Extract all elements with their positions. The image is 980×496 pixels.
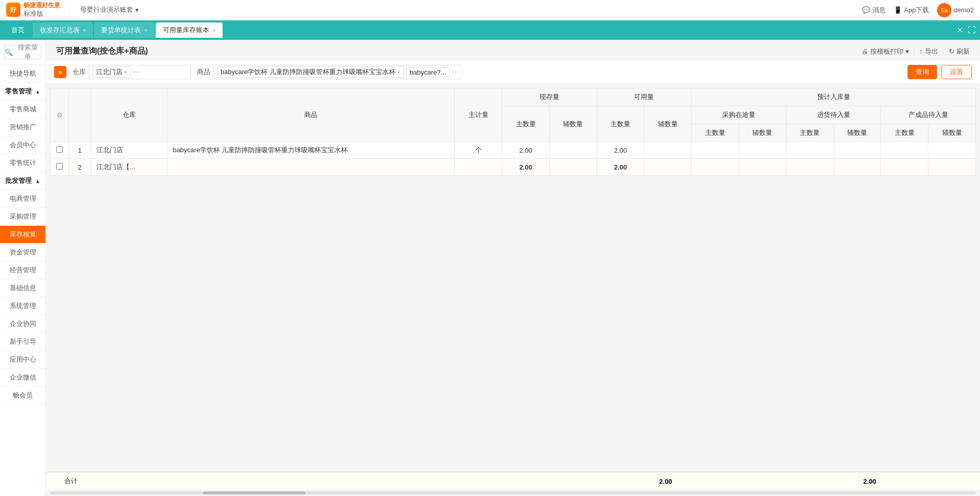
chevron-up-icon-2: ▲ (35, 178, 40, 184)
row2-product (167, 159, 455, 176)
tab-available-stock-label: 可用量库存账本 (163, 26, 209, 35)
sidebar-item-retail-mall[interactable]: 零售商城 (0, 101, 45, 119)
product-tag-1[interactable]: babycare学饮杯 儿童防摔防撞吸管杯重力球吸嘴杯宝宝水杯 × (217, 66, 404, 78)
row2-purchase-aux (739, 159, 787, 176)
row2-incoming-main (786, 159, 834, 176)
refresh-icon: ↻ (949, 48, 954, 55)
sidebar-item-finance[interactable]: 资金管理 (0, 244, 45, 262)
search-icon: 🔍 (5, 49, 13, 56)
sidebar-item-basic-info[interactable]: 基础信息 (0, 279, 45, 297)
warehouse-more-btn[interactable]: ··· (133, 67, 139, 77)
row1-incoming-main (786, 142, 834, 159)
tab-home[interactable]: 首页 (4, 22, 32, 38)
table-footer: 合计 2.00 2.00 (46, 471, 980, 490)
row1-incoming-aux (834, 142, 881, 159)
sidebar-item-quick-nav[interactable]: 快捷导航 (0, 65, 45, 83)
sidebar-item-marketing[interactable]: 营销推广 (0, 119, 45, 136)
filter-actions: 查询 设置 (908, 65, 972, 79)
sidebar-search-area: 🔍 搜索菜单 (0, 40, 45, 65)
sidebar-group-wholesale[interactable]: 批发管理 ▲ (0, 172, 45, 190)
row2-current-aux (549, 159, 597, 176)
row2-warehouse: 江北门店【... (91, 159, 167, 176)
sidebar-item-ecommerce[interactable]: 电商管理 (0, 190, 45, 208)
tab-receive-close[interactable]: × (83, 27, 86, 33)
warehouse-label: 仓库 (72, 67, 86, 77)
app-download-btn[interactable]: 📱 App下载 (894, 6, 929, 15)
th-purchase-in-transit: 采购在途量 (692, 106, 787, 124)
sidebar-item-app-center[interactable]: 应用中心 (0, 351, 45, 369)
th-avail-aux: 辅数量 (644, 106, 692, 142)
user-avatar[interactable]: Ea demo2 (937, 3, 974, 17)
product-filter-group: 商品 babycare学饮杯 儿童防摔防撞吸管杯重力球吸嘴杯宝宝水杯 × bab… (197, 65, 462, 79)
row1-current-main: 2.00 (502, 142, 550, 159)
warehouse-tag-close-1[interactable]: × (124, 69, 127, 75)
chevron-down-icon: ▾ (135, 6, 139, 14)
row1-checkbox[interactable] (51, 142, 69, 159)
sidebar-item-retail-stats[interactable]: 零售统计 (0, 154, 45, 172)
nav-tabs-bar: 首页 收发存汇总表 × 要货单统计表 × 可用量库存账本 × × ⛶ (0, 20, 980, 40)
scroll-thumb[interactable] (203, 491, 305, 494)
divider (68, 5, 69, 15)
query-btn[interactable]: 查询 (908, 65, 937, 79)
th-seq (69, 88, 91, 142)
industry-selector[interactable]: 母婴行业演示账套 ▾ (77, 4, 142, 15)
template-print-btn[interactable]: 🖨 按模板打印 ▾ (862, 47, 909, 56)
chevron-up-icon: ▲ (35, 89, 40, 95)
sidebar-item-enterprise-wechat[interactable]: 企业微信 (0, 369, 45, 387)
refresh-btn[interactable]: ↻ 刷新 (949, 47, 970, 56)
export-btn[interactable]: ↑ 导出 (920, 47, 939, 56)
app-icon: 📱 (894, 6, 902, 14)
message-btn[interactable]: 💬 消息 (862, 6, 886, 15)
sidebar-item-new-guide[interactable]: 新手引导 (0, 333, 45, 351)
product-tag-close-1[interactable]: × (397, 69, 400, 75)
top-bar-left: 好 畅捷通好生意 标准版 母婴行业演示账套 ▾ (6, 2, 142, 18)
sidebar-item-enterprise[interactable]: 企业协同 (0, 315, 45, 333)
checkbox-1[interactable] (56, 146, 63, 153)
row2-current-main: 2.00 (502, 159, 550, 176)
sidebar: 🔍 搜索菜单 快捷导航 零售管理 ▲ 零售商城 营销推广 会员中心 零售统计 批… (0, 40, 46, 496)
th-current-aux: 辅数量 (549, 106, 597, 142)
sidebar-item-purchase[interactable]: 采购管理 (0, 208, 45, 226)
product-label: 商品 (197, 67, 210, 77)
sidebar-item-inventory[interactable]: 库存核算 (0, 226, 45, 244)
gear-icon[interactable]: ⚙ (57, 111, 63, 119)
content-area: 可用量查询(按仓库+商品) 🖨 按模板打印 ▾ ↑ 导出 ↻ 刷新 (46, 40, 980, 496)
product-tag-2[interactable]: babycare?... (406, 67, 450, 77)
row2-finished-main (881, 159, 928, 176)
filter-bar: » 仓库 江北门店 × ··· 商品 babycare学饮杯 儿童防摔防撞吸管杯… (46, 61, 980, 84)
table-container: ⚙ 仓库 商品 主计量 现存量 可用量 预计入库量 主数量 辅数量 主数量 (46, 84, 980, 471)
th-available: 可用量 (597, 88, 692, 106)
close-all-tabs-btn[interactable]: × (957, 25, 963, 36)
warehouse-tag-1[interactable]: 江北门店 × (92, 66, 131, 78)
th-current-main: 主数量 (502, 106, 550, 142)
checkbox-2[interactable] (56, 163, 63, 170)
th-warehouse: 仓库 (91, 88, 167, 142)
warehouse-tags[interactable]: 江北门店 × ··· (89, 65, 191, 79)
sidebar-item-system[interactable]: 系统管理 (0, 297, 45, 315)
tab-order-stats[interactable]: 要货单统计表 × (94, 22, 154, 38)
tab-home-label: 首页 (11, 26, 24, 35)
main-layout: 🔍 搜索菜单 快捷导航 零售管理 ▲ 零售商城 营销推广 会员中心 零售统计 批… (0, 40, 980, 496)
tab-receive[interactable]: 收发存汇总表 × (33, 22, 93, 38)
tab-available-stock[interactable]: 可用量库存账本 × (156, 22, 223, 38)
top-bar-right: 💬 消息 📱 App下载 Ea demo2 (862, 3, 974, 17)
sidebar-item-member[interactable]: 会员中心 (0, 136, 45, 154)
product-tags[interactable]: babycare学饮杯 儿童防摔防撞吸管杯重力球吸嘴杯宝宝水杯 × babyca… (213, 65, 462, 79)
scroll-bar[interactable] (46, 490, 980, 496)
expand-btn[interactable]: ⛶ (968, 26, 976, 35)
search-menu-btn[interactable]: 🔍 搜索菜单 (4, 45, 41, 59)
tab-available-stock-close[interactable]: × (212, 27, 215, 33)
tab-order-stats-close[interactable]: × (144, 27, 147, 33)
product-more-btn[interactable]: ··· (452, 67, 458, 77)
sidebar-item-operations[interactable]: 经营管理 (0, 262, 45, 279)
footer-current-main: 2.00 (659, 478, 672, 485)
sidebar-item-member2[interactable]: 畅会员 (0, 387, 45, 405)
row1-purchase-aux (739, 142, 787, 159)
row2-checkbox[interactable] (51, 159, 69, 176)
setting-btn[interactable]: 设置 (941, 65, 972, 79)
filter-expand-btn[interactable]: » (54, 66, 66, 78)
th-finished-main: 主数量 (881, 124, 928, 142)
row1-warehouse: 江北门店 (91, 142, 167, 159)
sidebar-group-retail[interactable]: 零售管理 ▲ (0, 83, 45, 101)
divider2 (943, 46, 944, 57)
